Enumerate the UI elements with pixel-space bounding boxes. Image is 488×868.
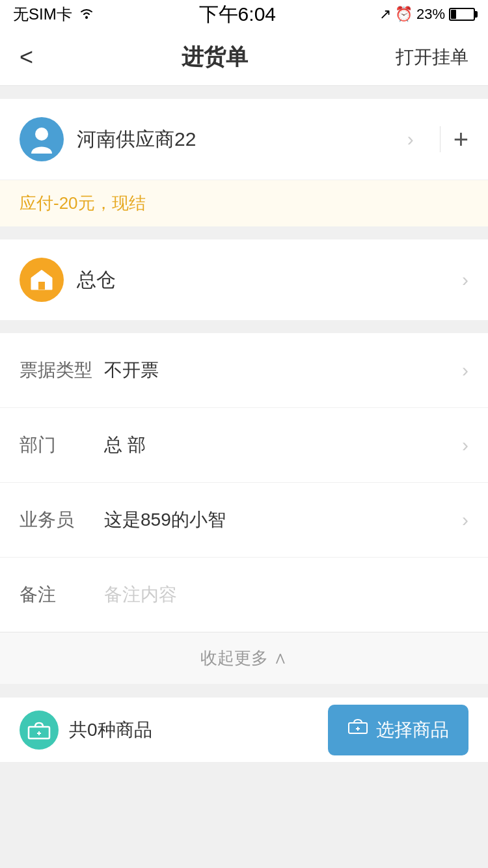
remark-label: 备注 — [20, 582, 104, 607]
svg-point-0 — [85, 16, 88, 19]
network-label: 无SIM卡 — [13, 4, 72, 25]
invoice-label: 票据类型 — [20, 358, 104, 383]
dept-value: 总 部 — [104, 433, 462, 457]
product-count-text: 共0种商品 — [69, 718, 328, 742]
dept-chevron-icon: › — [462, 434, 468, 456]
section-gap-4 — [0, 684, 488, 697]
section-gap-2 — [0, 226, 488, 239]
supplier-name: 河南供应商22 — [77, 126, 407, 153]
location-icon: ↗ — [379, 6, 391, 23]
form-section: 票据类型 不开票 › 部门 总 部 › 业务员 这是859的小智 › 备注 备注… — [0, 333, 488, 632]
sales-label: 业务员 — [20, 508, 104, 532]
status-right: ↗ ⏰ 23% — [379, 6, 475, 23]
wifi-icon — [77, 5, 96, 23]
invoice-chevron-icon: › — [462, 359, 468, 381]
select-product-label: 选择商品 — [376, 718, 449, 742]
notice-bar: 应付-20元，现结 — [0, 180, 488, 226]
collapse-button[interactable]: 收起更多 ∧ — [0, 632, 488, 684]
open-pending-button[interactable]: 打开挂单 — [396, 45, 468, 70]
back-button[interactable]: < — [20, 44, 33, 71]
nav-bar: < 进货单 打开挂单 — [0, 29, 488, 86]
dept-label: 部门 — [20, 433, 104, 457]
svg-point-1 — [35, 128, 48, 141]
warehouse-icon-bg — [20, 258, 64, 302]
notice-text: 应付-20元，现结 — [20, 193, 146, 213]
invoice-row[interactable]: 票据类型 不开票 › — [0, 333, 488, 408]
supplier-section: 河南供应商22 › + 应付-20元，现结 — [0, 99, 488, 226]
status-time: 下午6:04 — [199, 1, 276, 28]
remark-input[interactable]: 备注内容 — [104, 582, 468, 607]
vertical-divider — [440, 126, 441, 152]
section-gap-1 — [0, 86, 488, 99]
supplier-chevron-icon: › — [407, 128, 414, 150]
page-title: 进货单 — [182, 42, 248, 72]
warehouse-name: 总仓 — [77, 267, 462, 293]
svg-rect-2 — [38, 282, 45, 290]
remark-row[interactable]: 备注 备注内容 — [0, 558, 488, 632]
invoice-value: 不开票 — [104, 358, 462, 383]
cart-icon — [347, 718, 368, 742]
bottom-bar: 共0种商品 选择商品 — [0, 697, 488, 762]
empty-area — [0, 762, 488, 868]
sales-chevron-icon: › — [462, 509, 468, 531]
warehouse-chevron-icon: › — [462, 269, 468, 291]
sales-row[interactable]: 业务员 这是859的小智 › — [0, 483, 488, 558]
status-bar: 无SIM卡 下午6:04 ↗ ⏰ 23% — [0, 0, 488, 29]
supplier-avatar — [20, 117, 64, 161]
battery-icon — [449, 8, 475, 21]
status-left: 无SIM卡 — [13, 4, 96, 25]
sales-value: 这是859的小智 — [104, 508, 462, 532]
dept-row[interactable]: 部门 总 部 › — [0, 408, 488, 483]
warehouse-section: 总仓 › — [0, 239, 488, 320]
product-count-icon-bg — [20, 711, 59, 750]
alarm-icon: ⏰ — [395, 6, 413, 23]
warehouse-row[interactable]: 总仓 › — [0, 239, 488, 320]
collapse-label: 收起更多 ∧ — [200, 647, 287, 670]
battery-percent: 23% — [416, 6, 445, 23]
section-gap-3 — [0, 320, 488, 333]
supplier-row[interactable]: 河南供应商22 › + — [0, 99, 488, 180]
select-product-button[interactable]: 选择商品 — [328, 705, 468, 755]
add-supplier-button[interactable]: + — [454, 125, 468, 154]
